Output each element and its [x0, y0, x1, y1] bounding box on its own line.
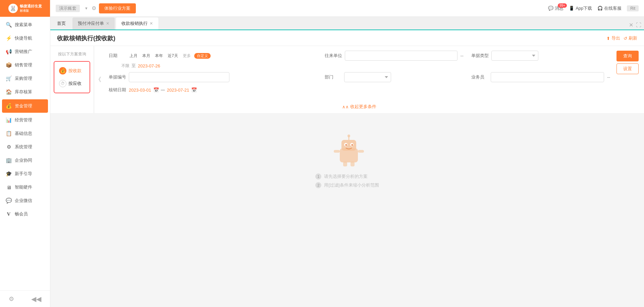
query-button[interactable]: 查询	[616, 51, 639, 61]
voucher-no-input[interactable]	[129, 72, 229, 82]
staff-label: 业务员	[471, 74, 488, 80]
filter-by-collection[interactable]: 💰 按收款	[56, 64, 88, 77]
sidebar-item-finance[interactable]: 💰 资金管理	[2, 99, 48, 113]
svg-point-11	[347, 135, 350, 137]
counterparty-more-icon[interactable]: ···	[460, 52, 463, 59]
date-field: 日期 上月 本月 本年 近7天 更多 自定义	[109, 53, 317, 59]
dept-select[interactable]	[344, 72, 391, 82]
tab-close-all-icon[interactable]: ✕	[629, 22, 633, 28]
filter-by-receivable-icon: ⏱	[59, 80, 66, 87]
sidebar-item-operation[interactable]: 📊 经营管理	[0, 113, 50, 127]
solution-button[interactable]: 体验行业方案	[99, 3, 136, 13]
staff-input[interactable]	[491, 72, 604, 82]
filter-main-area: 按以下方案查询 💰 按收款 ⏱ 按应收 《	[50, 46, 644, 113]
sidebar-item-sales[interactable]: 📦 销售管理	[0, 58, 50, 72]
tabbar-actions: ✕ ⛶	[626, 22, 644, 30]
inventory-icon: 🏠	[5, 89, 12, 95]
dept-field: 部门	[325, 72, 463, 82]
query-settings-column: 查询 设置	[616, 46, 644, 113]
tab-expand-icon[interactable]: ⛶	[636, 22, 641, 28]
svg-rect-8	[334, 150, 340, 153]
refresh-button[interactable]: ↺ 刷新	[624, 35, 637, 41]
tab-collection-verify[interactable]: 收款核销执行 ✕	[116, 17, 158, 30]
tab-prepay[interactable]: 预付冲应付单 ✕	[72, 17, 115, 30]
sidebar-bottom: ⚙ ◀◀	[0, 290, 50, 307]
sidebar-item-quicknav[interactable]: ⚡ 快捷导航	[0, 32, 50, 45]
sidebar-item-label-hardware: 智能硬件	[15, 184, 32, 190]
sidebar-item-label-member: 畅会员	[15, 211, 28, 217]
purchase-icon: 🛒	[5, 75, 12, 82]
app-download-button[interactable]: 📱 App下载	[569, 5, 592, 11]
topbar-gear-icon[interactable]: ⚙	[92, 5, 96, 11]
sidebar-item-label-operation: 经营管理	[15, 117, 32, 123]
verify-cal-end-icon[interactable]: 📅	[191, 87, 197, 93]
date-7days[interactable]: 近7天	[166, 53, 179, 59]
sidebar-item-enterprise[interactable]: 🏢 企业协同	[0, 154, 50, 167]
sidebar-item-system[interactable]: ⚙ 系统管理	[0, 140, 50, 154]
filter-by-receivable[interactable]: ⏱ 按应收	[56, 77, 88, 90]
sidebar-nav: 🔍 搜索菜单 ⚡ 快捷导航 📢 营销推广 📦 销售管理 🛒 采购管理 🏠 库存核…	[0, 17, 50, 290]
message-button[interactable]: 💬 消息 99+	[548, 5, 564, 11]
sidebar-item-hardware[interactable]: 🖥 智能硬件	[0, 181, 50, 194]
customer-service-button[interactable]: 🎧 在线客服	[597, 5, 622, 11]
filter-form: 日期 上月 本月 本年 近7天 更多 自定义 往来单位	[102, 46, 616, 102]
export-label: 导出	[611, 35, 620, 41]
tab-home[interactable]: 首页	[52, 17, 71, 30]
date-start-value: 2023-07-26	[138, 63, 160, 68]
svg-rect-7	[351, 162, 355, 166]
member-icon: V	[5, 211, 12, 217]
topbar-dropdown-icon[interactable]: ▾	[85, 6, 88, 11]
app-name: 畅捷通好生意	[20, 4, 42, 8]
marketing-icon: 📢	[5, 48, 12, 55]
filter-collapse-button[interactable]: 《	[94, 46, 102, 113]
user-name[interactable]: Rit	[627, 5, 639, 11]
counterparty-input[interactable]	[345, 51, 458, 61]
enterprise-icon: 🏢	[5, 157, 12, 164]
verify-date-dash: —	[161, 88, 165, 92]
sidebar-item-purchase[interactable]: 🛒 采购管理	[0, 72, 50, 85]
sidebar-item-marketing[interactable]: 📢 营销推广	[0, 45, 50, 58]
date-last-month[interactable]: 上月	[128, 53, 139, 59]
collapse-more-conditions[interactable]: ∧∧ 收起更多条件	[102, 102, 616, 113]
app-icon: 📱	[569, 6, 574, 11]
sidebar-item-search[interactable]: 🔍 搜索菜单	[0, 18, 50, 32]
sidebar-item-label-enterprise: 企业协同	[15, 157, 32, 163]
tabbar: 首页 预付冲应付单 ✕ 收款核销执行 ✕ ✕ ⛶	[50, 17, 644, 30]
empty-hint-1: 1 请先选择要分析的方案	[315, 173, 379, 180]
verify-cal-start-icon[interactable]: 📅	[153, 87, 159, 93]
date-this-year[interactable]: 本年	[154, 53, 164, 59]
brand-account-name: 演示账套	[56, 5, 80, 12]
date-no-limit-label: 不限	[121, 63, 129, 69]
message-icon: 💬	[548, 6, 553, 11]
wechat-icon: 💬	[5, 197, 12, 204]
sidebar-item-member[interactable]: V 畅会员	[0, 207, 50, 221]
filter-row-3: 核销日期 2023-03-01 📅 — 2023-07-21 📅	[109, 87, 610, 93]
collapse-up-icon: ∧∧	[342, 104, 349, 109]
svg-point-5	[352, 144, 353, 146]
sidebar-item-label-purchase: 采购管理	[15, 75, 32, 82]
customer-service-label: 在线客服	[604, 5, 622, 11]
tab-collection-verify-close-icon[interactable]: ✕	[150, 21, 153, 26]
settings-bottom-icon[interactable]: ⚙	[9, 295, 14, 303]
date-this-month[interactable]: 本月	[141, 53, 152, 59]
sidebar-item-wechat[interactable]: 💬 企业微信	[0, 194, 50, 207]
sidebar-item-inventory[interactable]: 🏠 库存核算	[0, 85, 50, 99]
export-button[interactable]: ⬆ 导出	[606, 35, 620, 41]
export-icon: ⬆	[606, 36, 610, 41]
sidebar-item-basic[interactable]: 📋 基础信息	[0, 127, 50, 140]
tab-prepay-close-icon[interactable]: ✕	[106, 21, 109, 26]
collapse-sidebar-icon[interactable]: ◀◀	[31, 295, 41, 303]
date-shortcuts: 上月 本月 本年 近7天 更多 自定义	[128, 53, 211, 59]
date-custom[interactable]: 自定义	[194, 53, 211, 59]
hint-text-2: 用[过滤]条件来缩小分析范围	[324, 182, 379, 188]
voucher-type-select[interactable]	[491, 51, 538, 61]
date-more[interactable]: 更多	[181, 53, 192, 59]
sidebar-item-label-finance: 资金管理	[15, 103, 32, 109]
page-header: 收款核销执行(按收款) ⬆ 导出 ↺ 刷新	[50, 30, 644, 46]
app-edition: 标准版	[20, 9, 42, 13]
sidebar-item-guide[interactable]: 🎓 新手引导	[0, 167, 50, 181]
settings-button[interactable]: 设置	[616, 63, 639, 74]
staff-more-icon[interactable]: ···	[607, 74, 610, 81]
refresh-icon: ↺	[624, 36, 627, 41]
empty-hint-2: 2 用[过滤]条件来缩小分析范围	[315, 182, 379, 188]
